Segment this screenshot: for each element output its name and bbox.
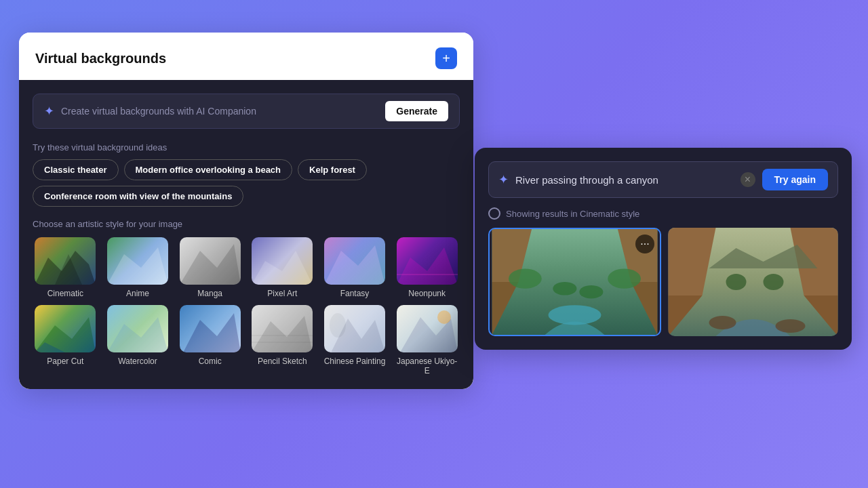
style-thumb-fantasy (324, 237, 385, 285)
results-label-text: Showing results in Cinematic style (506, 209, 639, 219)
search-text: River passing through a canyon (515, 174, 741, 186)
style-thumb-neonpunk (397, 237, 458, 285)
panel-title: Virtual backgrounds (35, 51, 166, 66)
ai-prompt-bar: ✦ Create virtual backgrounds with AI Com… (33, 94, 460, 129)
style-thumb-chinesepainting (324, 305, 385, 352)
style-label-comic: Comic (199, 357, 222, 366)
style-thumb-ukiyoe (397, 305, 458, 352)
svg-marker-10 (107, 317, 168, 352)
images-row: ··· (488, 228, 838, 336)
style-thumb-pixelart (252, 237, 313, 285)
style-thumb-papercut (35, 305, 96, 352)
results-label: Showing results in Cinematic style (488, 207, 838, 220)
search-bar: ✦ River passing through a canyon × Try a… (488, 161, 838, 198)
result-image-2[interactable] (668, 228, 838, 336)
svg-marker-4 (252, 251, 313, 285)
svg-point-35 (709, 316, 736, 329)
style-cinematic[interactable]: Cinematic (33, 237, 98, 298)
svg-point-38 (764, 274, 784, 290)
style-thumb-watercolor (107, 305, 168, 352)
svg-point-37 (726, 274, 747, 290)
style-manga[interactable]: Manga (177, 237, 243, 298)
svg-marker-3 (180, 244, 241, 285)
style-thumb-cinematic (35, 237, 96, 285)
style-neonpunk[interactable]: Neonpunk (394, 237, 460, 298)
style-chinesepainting[interactable]: Chinese Painting (322, 305, 388, 375)
panel-body: ✦ Create virtual backgrounds with AI Com… (19, 80, 473, 389)
chip-modern-office[interactable]: Modern office overlooking a beach (124, 159, 293, 180)
svg-marker-6 (397, 247, 458, 285)
svg-point-27 (553, 282, 576, 296)
svg-marker-2 (107, 247, 168, 285)
svg-point-16 (330, 313, 346, 338)
style-pencilsketch[interactable]: Pencil Sketch (250, 305, 315, 375)
style-watercolor[interactable]: Watercolor (105, 305, 171, 375)
results-panel: ✦ River passing through a canyon × Try a… (475, 148, 852, 350)
style-thumb-manga (180, 237, 241, 285)
ai-star-icon: ✦ (44, 104, 54, 119)
style-label-ukiyoe: Japanese Ukiyo-E (394, 357, 460, 375)
style-label-papercut: Paper Cut (47, 357, 83, 366)
idea-chips: Classic theater Modern office overlookin… (33, 159, 460, 207)
style-label-pixelart: Pixel Art (267, 289, 297, 298)
style-grid: Cinematic Anime Manga (33, 237, 460, 375)
chip-conference-room[interactable]: Conference room with view of the mountai… (33, 186, 243, 207)
style-label-chinesepainting: Chinese Painting (324, 357, 386, 366)
svg-point-26 (608, 269, 641, 289)
ideas-section-label: Try these virtual background ideas (33, 142, 460, 152)
style-papercut[interactable]: Paper Cut (33, 305, 98, 375)
more-options-button-1[interactable]: ··· (635, 235, 654, 253)
svg-marker-12 (252, 316, 313, 352)
style-anime[interactable]: Anime (105, 237, 171, 298)
virtual-backgrounds-panel: Virtual backgrounds + ✦ Create virtual b… (19, 33, 473, 389)
clear-button[interactable]: × (741, 172, 755, 187)
style-ukiyoe[interactable]: Japanese Ukiyo-E (394, 305, 460, 375)
style-label-pencilsketch: Pencil Sketch (258, 357, 307, 366)
style-label-watercolor: Watercolor (118, 357, 157, 366)
style-fantasy[interactable]: Fantasy (322, 237, 388, 298)
search-star-icon: ✦ (498, 172, 509, 187)
svg-marker-5 (324, 245, 385, 285)
style-thumb-anime (107, 237, 168, 285)
try-again-button[interactable]: Try again (762, 169, 828, 190)
style-label-fantasy: Fantasy (340, 289, 370, 298)
svg-point-28 (579, 285, 603, 299)
svg-marker-11 (183, 313, 241, 352)
chip-classic-theater[interactable]: Classic theater (33, 159, 119, 180)
add-button[interactable]: + (435, 47, 457, 69)
panel-header: Virtual backgrounds + (19, 33, 473, 80)
style-label-anime: Anime (126, 289, 149, 298)
svg-point-25 (509, 269, 542, 289)
svg-marker-17 (400, 317, 458, 352)
ai-prompt-text: Create virtual backgrounds with AI Compa… (61, 106, 385, 117)
style-thumb-comic (180, 305, 241, 352)
svg-point-18 (437, 310, 451, 324)
result-image-1[interactable]: ··· (488, 228, 661, 336)
style-label-neonpunk: Neonpunk (408, 289, 446, 298)
style-label-manga: Manga (197, 289, 222, 298)
generate-button[interactable]: Generate (385, 101, 448, 121)
style-pixelart[interactable]: Pixel Art (250, 237, 315, 298)
style-thumb-pencilsketch (252, 305, 313, 352)
svg-point-36 (776, 319, 806, 333)
styles-section-label: Choose an artistic style for your image (33, 219, 460, 229)
style-comic[interactable]: Comic (177, 305, 243, 375)
style-label-cinematic: Cinematic (47, 289, 83, 298)
chip-kelp-forest[interactable]: Kelp forest (298, 159, 367, 180)
